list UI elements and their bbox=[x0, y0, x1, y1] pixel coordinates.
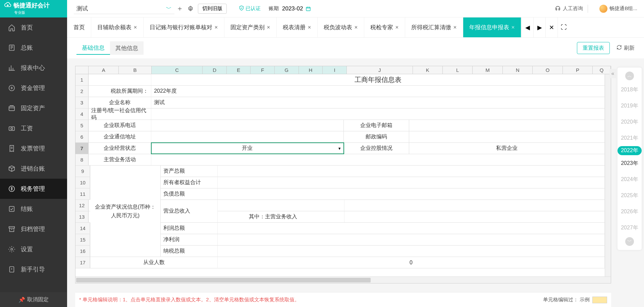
col-header-J[interactable]: J bbox=[347, 66, 413, 74]
period-value[interactable]: 2023-02 bbox=[282, 5, 303, 12]
row-header-11[interactable]: 11 bbox=[75, 188, 90, 200]
year-2021年[interactable]: 2021年 bbox=[621, 130, 638, 146]
regno-label[interactable]: 注册号/统一社会信用代码 bbox=[89, 108, 151, 120]
mainbiz-value[interactable] bbox=[151, 154, 605, 165]
addr-value[interactable] bbox=[151, 131, 344, 142]
zip-value[interactable] bbox=[409, 131, 605, 142]
year-2023年[interactable]: 2023年 bbox=[621, 155, 638, 171]
row12-val2[interactable] bbox=[344, 200, 605, 211]
row16-label[interactable]: 纳税总额 bbox=[161, 246, 218, 257]
col-header-O[interactable]: O bbox=[533, 66, 562, 74]
dropdown-icon[interactable]: ▼ bbox=[338, 146, 341, 150]
close-icon[interactable]: ✕ bbox=[453, 25, 457, 30]
col-header-E[interactable]: E bbox=[227, 66, 251, 74]
row14-label[interactable]: 利润总额 bbox=[161, 223, 218, 234]
tabs-next[interactable]: ▶ bbox=[533, 17, 545, 37]
row-header-8[interactable]: 8 bbox=[75, 154, 89, 165]
holding-label[interactable]: 企业控股情况 bbox=[344, 143, 410, 154]
row-header-4[interactable]: 4 bbox=[75, 108, 89, 120]
row15-val[interactable] bbox=[218, 234, 605, 245]
tabs-close[interactable]: ✕ bbox=[545, 17, 557, 37]
row-header-12[interactable]: 12 bbox=[75, 200, 89, 211]
col-header-Q[interactable]: Q bbox=[593, 66, 611, 74]
row-header-17[interactable]: 17 bbox=[75, 257, 90, 268]
close-icon[interactable]: ✕ bbox=[267, 25, 270, 30]
tabs-prev[interactable]: ◀ bbox=[521, 17, 533, 37]
year-up-icon[interactable]: ︿ bbox=[625, 72, 634, 80]
row-header-1[interactable]: 1 bbox=[75, 74, 89, 85]
sidebar-item-stock[interactable]: 进销台账 bbox=[0, 159, 67, 179]
company-label[interactable]: 企业名称 bbox=[89, 97, 151, 108]
row13-val[interactable] bbox=[344, 211, 605, 222]
row10-label[interactable]: 所有者权益合计 bbox=[161, 177, 218, 188]
row-header-3[interactable]: 3 bbox=[75, 97, 89, 108]
sidebar-item-archive[interactable]: 归档管理 bbox=[0, 219, 67, 239]
sidebar-item-ledger[interactable]: 总账 bbox=[0, 38, 67, 58]
tab-5[interactable]: 税检专家✕ bbox=[364, 17, 405, 37]
phone-value[interactable] bbox=[151, 120, 344, 131]
spreadsheet[interactable]: ABCDEFGHIJKLMNOPQ 1工商年报信息表2税款所属期间：2022年度… bbox=[75, 66, 611, 283]
col-header-L[interactable]: L bbox=[443, 66, 473, 74]
tab-0[interactable]: 目辅助余额表✕ bbox=[91, 17, 144, 37]
email-label[interactable]: 企业电子邮箱 bbox=[344, 120, 410, 131]
sheet-title[interactable]: 工商年报信息表 bbox=[151, 74, 605, 85]
row-header-9[interactable]: 9 bbox=[75, 166, 90, 177]
add-company-button[interactable] bbox=[174, 3, 185, 14]
row-header-7[interactable]: 7 bbox=[75, 143, 89, 154]
years-collapse[interactable]: « bbox=[609, 69, 616, 78]
calendar-icon[interactable] bbox=[303, 3, 314, 14]
row-header-6[interactable]: 6 bbox=[75, 131, 89, 142]
tab-6[interactable]: 所得税汇算清缴✕ bbox=[405, 17, 463, 37]
row11-label[interactable]: 负债总额 bbox=[161, 188, 218, 200]
close-icon[interactable]: ✕ bbox=[511, 25, 515, 30]
year-2026年[interactable]: 2026年 bbox=[621, 204, 638, 220]
close-icon[interactable]: ✕ bbox=[133, 25, 137, 30]
col-header-H[interactable]: H bbox=[299, 66, 323, 74]
close-icon[interactable]: ✕ bbox=[354, 25, 358, 30]
refresh-button[interactable]: 刷新 bbox=[616, 45, 635, 52]
col-header-F[interactable]: F bbox=[251, 66, 275, 74]
row-header-14[interactable]: 14 bbox=[75, 223, 90, 234]
row-header-5[interactable]: 5 bbox=[75, 120, 89, 131]
emp-value[interactable]: 0 bbox=[218, 257, 605, 268]
col-header-N[interactable]: N bbox=[503, 66, 533, 74]
sidebar-item-guide[interactable]: 新手引导 bbox=[0, 259, 67, 279]
horizontal-scrollbar[interactable] bbox=[75, 276, 611, 283]
col-header-K[interactable]: K bbox=[413, 66, 443, 74]
sidebar-item-tax[interactable]: 税务管理 bbox=[0, 179, 67, 199]
holding-value[interactable]: 私营企业 bbox=[409, 143, 605, 154]
row10-val[interactable] bbox=[218, 177, 605, 188]
col-header-I[interactable]: I bbox=[323, 66, 347, 74]
year-2027年[interactable]: 2027年 bbox=[621, 220, 638, 236]
row11-val[interactable] bbox=[218, 188, 605, 200]
sidebar-item-salary[interactable]: 工资 bbox=[0, 118, 67, 138]
row15-label[interactable]: 净利润 bbox=[161, 234, 218, 245]
settings-icon[interactable] bbox=[185, 3, 196, 14]
row9-val[interactable] bbox=[218, 166, 605, 177]
row-header-13[interactable]: 13 bbox=[75, 211, 89, 222]
status-dropdown[interactable]: 开业▼ bbox=[151, 143, 344, 154]
scroll-thumb[interactable] bbox=[76, 278, 371, 282]
tab-1[interactable]: 日记账与银行对账单核对✕ bbox=[144, 17, 224, 37]
period-value-cell[interactable]: 2022年度 bbox=[151, 86, 605, 97]
row-header-2[interactable]: 2 bbox=[75, 86, 89, 97]
fullscreen-icon[interactable]: ⛶ bbox=[557, 17, 570, 37]
year-down-icon[interactable]: ﹀ bbox=[625, 237, 634, 246]
reset-button[interactable]: 重置报表 bbox=[577, 42, 610, 54]
col-header-M[interactable]: M bbox=[473, 66, 502, 74]
year-2024年[interactable]: 2024年 bbox=[621, 171, 638, 187]
row-header-16[interactable]: 16 bbox=[75, 246, 90, 257]
user-menu[interactable]: 畅捷通B组... bbox=[599, 5, 637, 13]
row9-label[interactable]: 资产总额 bbox=[161, 166, 218, 177]
phone-label[interactable]: 企业联系电话 bbox=[89, 120, 151, 131]
close-icon[interactable]: ✕ bbox=[395, 25, 399, 30]
year-2022年[interactable]: 2022年 bbox=[618, 146, 642, 155]
company-value[interactable]: 测试 bbox=[151, 97, 605, 108]
switch-old-button[interactable]: 切到旧版 bbox=[198, 4, 227, 14]
year-2025年[interactable]: 2025年 bbox=[621, 187, 638, 204]
row-header-15[interactable]: 15 bbox=[75, 234, 90, 245]
regno-value[interactable] bbox=[151, 108, 605, 120]
col-header-D[interactable]: D bbox=[203, 66, 227, 74]
col-header-P[interactable]: P bbox=[563, 66, 593, 74]
sidebar-item-fund[interactable]: 资金管理 bbox=[0, 78, 67, 98]
